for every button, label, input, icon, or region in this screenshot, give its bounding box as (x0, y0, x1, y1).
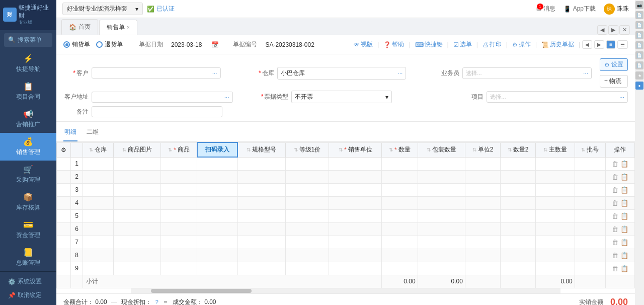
row-image-2[interactable] (113, 170, 160, 183)
tab-mingxi[interactable]: 明细 (63, 126, 77, 141)
rip-icon-6[interactable]: 📄 (635, 51, 643, 59)
rip-icon-5[interactable]: 📄 (635, 41, 643, 49)
view-button[interactable]: 👁 视版 (351, 39, 375, 50)
customer-input[interactable]: ··· (92, 67, 221, 79)
th-spec[interactable]: ⇅ 规格型号 (237, 142, 285, 157)
row-unit2-2[interactable] (465, 170, 500, 183)
tab-prev-button[interactable]: ◀ (597, 25, 607, 35)
delete-icon-2[interactable]: 🗑 (612, 173, 618, 181)
copy-icon-2[interactable]: 📋 (620, 173, 628, 181)
delete-icon-5[interactable]: 🗑 (612, 212, 618, 220)
sidebar-item-settings[interactable]: ⚙️ 系统设置 (4, 275, 52, 288)
row-warehouse-1[interactable] (83, 157, 114, 170)
company-selector[interactable]: 好业财专业版演示样套 ▾ (62, 3, 143, 15)
row-sales-unit-2[interactable] (329, 170, 382, 183)
th-batch-import[interactable]: 扫码录入 (197, 142, 237, 157)
rip-icon-3[interactable]: 📄 (635, 21, 643, 29)
project-input[interactable]: 选择... ··· (487, 91, 628, 103)
sidebar-item-unpin[interactable]: 📌 取消锁定 (4, 288, 52, 302)
row-goods-2[interactable] (161, 170, 197, 183)
delete-icon-6[interactable]: 🗑 (612, 225, 618, 233)
sidebar-item-marketing[interactable]: 📢 营销推广 (0, 105, 56, 133)
row-warehouse-2[interactable] (83, 170, 114, 183)
copy-icon-3[interactable]: 📋 (620, 186, 628, 194)
tab-home[interactable]: 🏠 首页 (61, 19, 98, 35)
th-price-level[interactable]: ⇅ 等级1价 (285, 142, 329, 157)
operate-button[interactable]: ⚙ 操作 (510, 39, 533, 50)
row-batch-1[interactable] (575, 157, 605, 170)
copy-icon-5[interactable]: 📋 (620, 212, 628, 220)
th-qty2[interactable]: ⇅ 数量2 (501, 142, 536, 157)
copy-icon-4[interactable]: 📋 (620, 199, 628, 207)
shortcut-button[interactable]: ⌨ 快捷键 (413, 39, 445, 50)
rip-icon-active[interactable]: ● (635, 82, 643, 90)
help-discount-icon[interactable]: ? (155, 299, 158, 305)
row-spec-1[interactable] (237, 157, 285, 170)
form-grid-button[interactable]: ≡ (606, 40, 615, 49)
rip-icon-2[interactable]: 📄 (635, 11, 643, 19)
row-main-qty-2[interactable] (536, 170, 575, 183)
select-order-button[interactable]: ☑ 选单 (451, 39, 474, 50)
sidebar-item-quick-nav[interactable]: ⚡ 快捷导航 (0, 50, 56, 78)
delete-icon-7[interactable]: 🗑 (612, 239, 618, 246)
tab-erwei[interactable]: 二维 (86, 126, 100, 141)
row-price-2[interactable] (285, 170, 329, 183)
th-quantity[interactable]: ⇅ * 数量 (382, 142, 418, 157)
row-qty-1[interactable] (382, 157, 418, 170)
salesperson-input[interactable]: 选择... ··· (462, 67, 592, 79)
row-batch-import-2[interactable] (197, 170, 237, 183)
copy-icon-7[interactable]: 📋 (620, 239, 628, 246)
row-goods-1[interactable] (161, 157, 197, 170)
th-warehouse[interactable]: ⇅ 仓库 (83, 142, 114, 157)
row-unit2-1[interactable] (465, 157, 500, 170)
rip-icon-1[interactable]: 📷 (635, 1, 643, 9)
th-image[interactable]: ⇅ 商品图片 (113, 142, 160, 157)
message-button[interactable]: ✉ 1 消息 (536, 5, 555, 13)
rip-icon-star[interactable]: ★ (635, 71, 643, 80)
history-button[interactable]: 📜 历史单据 (539, 39, 577, 50)
sidebar-item-finance[interactable]: 💳 资金管理 (0, 216, 56, 244)
th-pack-qty[interactable]: ⇅ 包装数量 (418, 142, 465, 157)
copy-icon-8[interactable]: 📋 (620, 252, 628, 259)
rip-icon-4[interactable]: 📄 (635, 31, 643, 39)
th-batch[interactable]: ⇅ 批号 (575, 142, 605, 157)
search-menu-button[interactable]: 🔍 搜索菜单 (4, 33, 52, 47)
radio-return-order[interactable]: 退货单 (96, 40, 123, 49)
delete-icon-9[interactable]: 🗑 (612, 265, 618, 272)
tab-close-icon[interactable]: × (127, 25, 130, 30)
calendar-icon[interactable]: 📅 (211, 41, 219, 48)
add-logistics-button[interactable]: + 物流 (600, 75, 628, 88)
th-sales-unit[interactable]: ⇅ * 销售单位 (329, 142, 382, 157)
setup-button[interactable]: ⚙ 设置 (600, 58, 628, 71)
form-next-button[interactable]: ▶ (594, 40, 604, 49)
user-menu-button[interactable]: 珠 珠珠 (604, 4, 629, 15)
row-price-1[interactable] (285, 157, 329, 170)
row-image-1[interactable] (113, 157, 160, 170)
sidebar-item-account[interactable]: 📒 总账管理 (0, 244, 56, 271)
warehouse-input[interactable]: 小巴仓库 ··· (277, 67, 407, 80)
delete-icon-4[interactable]: 🗑 (612, 199, 618, 207)
row-qty2-1[interactable] (501, 157, 536, 170)
sidebar-item-sales[interactable]: 💰 销售管理 (0, 133, 56, 161)
radio-sales-order[interactable]: 销货单 (63, 40, 90, 49)
row-pack-qty-2[interactable] (418, 170, 465, 183)
sidebar-item-purchase[interactable]: 🛒 采购管理 (0, 161, 56, 188)
address-input[interactable]: ··· (92, 92, 233, 103)
row-batch-2[interactable] (575, 170, 605, 183)
tab-next-button[interactable]: ▶ (608, 25, 618, 35)
copy-icon-6[interactable]: 📋 (620, 225, 628, 233)
delete-icon-3[interactable]: 🗑 (612, 186, 618, 194)
form-prev-button[interactable]: ◀ (582, 40, 592, 49)
th-goods[interactable]: ⇅ * 商品 (161, 142, 197, 157)
delete-icon-8[interactable]: 🗑 (612, 252, 618, 259)
row-main-qty-1[interactable] (536, 157, 575, 170)
sidebar-item-inventory[interactable]: 📦 库存核算 (0, 188, 56, 216)
form-list-button[interactable]: ☰ (617, 40, 628, 49)
row-spec-2[interactable] (237, 170, 285, 183)
sidebar-item-project[interactable]: 📋 项目合同 (0, 78, 56, 105)
app-download-button[interactable]: 📱 App下载 (564, 5, 596, 13)
row-qty-2[interactable] (382, 170, 418, 183)
notes-input[interactable] (92, 106, 222, 117)
rip-icon-7[interactable]: 📄 (635, 61, 643, 69)
help-button[interactable]: ❓ 帮助 (381, 39, 407, 50)
